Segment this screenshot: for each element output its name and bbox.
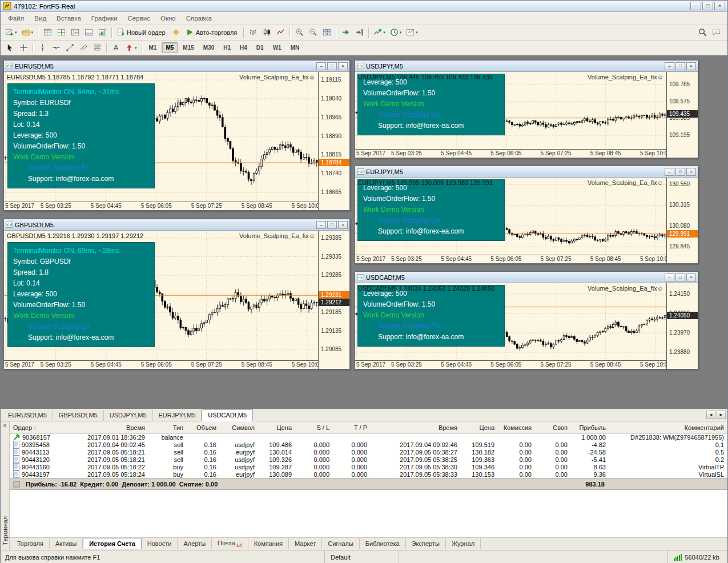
price-scale[interactable]: 1.293851.293351.292851.292351.291851.291… [318, 231, 349, 369]
timeframe-m15-button[interactable]: M15 [179, 42, 198, 53]
chart-plot-area[interactable]: Leverage: 500VolumeOrderFlow: 1.50Work D… [355, 283, 666, 360]
timeframe-m30-button[interactable]: M30 [199, 42, 218, 53]
chart-window-titlebar[interactable]: GBPUSDf,M5–□× [4, 219, 349, 231]
terminal-tab-0[interactable]: Торговля [11, 538, 50, 549]
terminal-tab-8[interactable]: Сигналы [322, 538, 360, 549]
column-header-swap[interactable]: Своп [535, 424, 571, 431]
fibonacci-button[interactable] [91, 42, 103, 54]
tab-scroll-left-button[interactable]: ◄ [706, 411, 715, 419]
hline-button[interactable] [50, 42, 62, 54]
chart-minimize-button[interactable]: – [316, 62, 326, 70]
cursor-button[interactable] [3, 42, 16, 54]
column-header-close_price[interactable]: Цена [461, 424, 498, 431]
column-header-comment[interactable]: Комментарий [609, 424, 727, 431]
chart-minimize-button[interactable]: – [665, 62, 674, 70]
column-header-profit[interactable]: Прибыль [571, 424, 609, 431]
auto-scroll-button[interactable] [339, 26, 352, 39]
terminal-close-button[interactable]: × [1, 423, 9, 430]
bars-button[interactable] [247, 26, 259, 39]
terminal-tab-7[interactable]: Маркет [289, 538, 322, 549]
history-row[interactable]: 904431132017.09.05 05:18:21sell0.16eurjp… [10, 448, 727, 456]
menu-item-1[interactable]: Вид [29, 13, 51, 23]
terminal-tab-6[interactable]: Компания [248, 538, 289, 549]
metaeditor-button[interactable] [170, 26, 183, 39]
chat-button[interactable] [710, 26, 722, 39]
terminal-tab-10[interactable]: Эксперты [406, 538, 446, 549]
title-bar[interactable]: 479102: FortFS-Real – □ × [1, 1, 727, 12]
periods-button[interactable]: ▾ [388, 26, 404, 39]
zoom-out-button[interactable] [307, 26, 319, 39]
menu-item-4[interactable]: Сервис [123, 13, 155, 23]
chart-close-button[interactable]: × [338, 62, 348, 70]
chart-close-button[interactable]: × [338, 221, 348, 229]
menu-item-6[interactable]: Справка [181, 13, 217, 23]
history-row[interactable]: 903954582017.09.04 09:02:45sell0.16usdjp… [10, 441, 727, 448]
chart-window-titlebar[interactable]: EURUSDf,M5–□× [4, 61, 349, 72]
line-chart-button[interactable] [274, 26, 287, 39]
chart-tab-eurusdf[interactable]: EURUSDf,M5 [2, 410, 53, 421]
chart-tab-usdjpyf[interactable]: USDJPYf,M5 [104, 410, 153, 421]
chart-tab-usdcadf[interactable]: USDCADf,M5 [202, 409, 253, 421]
chart-window-titlebar[interactable]: USDCADf,M5–□× [355, 272, 698, 283]
new-order-button[interactable]: Новый ордер [115, 26, 169, 39]
chart-maximize-button[interactable]: □ [327, 221, 337, 229]
chart-plot-area[interactable]: Leverage: 500VolumeOrderFlow: 1.50Work D… [355, 178, 666, 255]
chart-plot-area[interactable]: TerminalMonitor ON, 84ms, ~31msSymbol: E… [4, 72, 318, 202]
new-chart-button[interactable]: ▾ [3, 26, 19, 39]
vline-button[interactable] [36, 42, 49, 54]
chart-plot-area[interactable]: Leverage: 500VolumeOrderFlow: 1.50Work D… [355, 72, 666, 149]
timeframe-w1-button[interactable]: W1 [269, 42, 285, 53]
indicators-button[interactable]: ▾ [372, 26, 387, 39]
chart-minimize-button[interactable]: – [316, 221, 326, 229]
menu-item-2[interactable]: Вставка [51, 13, 86, 23]
window-close-button[interactable]: × [714, 2, 725, 10]
crosshair-button[interactable] [17, 42, 30, 54]
search-button[interactable] [696, 26, 709, 39]
history-row[interactable]: 904431202017.09.05 05:18:21sell0.16usdjp… [10, 456, 727, 463]
history-row[interactable]: 903681572017.09.01 18:36:29balance1 000.… [10, 434, 727, 441]
chart-close-button[interactable]: × [686, 168, 696, 176]
chart-tab-eurjpyf[interactable]: EURJPYf,M5 [153, 410, 202, 421]
tab-scroll-right-button[interactable]: ► [717, 411, 726, 419]
tile-windows-button[interactable] [320, 26, 333, 39]
text-tool-button[interactable]: A [110, 42, 122, 54]
terminal-tab-4[interactable]: Алерты [178, 538, 212, 549]
chart-minimize-button[interactable]: – [665, 168, 674, 176]
zoom-in-button[interactable] [293, 26, 305, 39]
terminal-tab-3[interactable]: Новости [142, 538, 178, 549]
menu-item-0[interactable]: Файл [3, 13, 29, 23]
chart-window-titlebar[interactable]: USDJPYf,M5–□× [355, 61, 698, 72]
column-header-close_time[interactable]: Время [371, 424, 461, 431]
time-axis[interactable]: 5 Sep 20175 Sep 03:255 Sep 04:455 Sep 06… [4, 202, 318, 210]
price-scale[interactable]: 109.765109.575109.385109.195109.435 [666, 72, 698, 158]
terminal-tab-5[interactable]: Почта14 [212, 538, 248, 550]
column-header-open_time[interactable]: Время [64, 424, 148, 431]
data-window-button[interactable] [55, 26, 67, 39]
price-scale[interactable]: 1.241501.240601.239701.238801.24050 [666, 283, 698, 369]
column-header-commission[interactable]: Комиссия [498, 424, 535, 431]
trendline-button[interactable] [63, 42, 76, 54]
timeframe-m1-button[interactable]: M1 [145, 42, 161, 53]
time-axis[interactable]: 5 Sep 20175 Sep 03:255 Sep 04:455 Sep 06… [4, 360, 318, 369]
timeframe-h4-button[interactable]: H4 [236, 42, 251, 53]
auto-trading-button[interactable]: Авто-торговля [184, 26, 241, 39]
navigator-button[interactable] [69, 26, 81, 39]
price-scale[interactable]: 130.550130.315130.080129.845129.991 [666, 178, 698, 263]
column-header-volume[interactable]: Объем [187, 424, 220, 431]
chart-tab-gbpusdf[interactable]: GBPUSDf,M5 [53, 410, 104, 421]
chart-close-button[interactable]: × [686, 62, 696, 70]
time-axis[interactable]: 5 Sep 20175 Sep 03:255 Sep 04:455 Sep 06… [355, 255, 666, 263]
window-minimize-button[interactable]: – [690, 2, 701, 10]
chart-maximize-button[interactable]: □ [675, 168, 685, 176]
chart-window-titlebar[interactable]: EURJPYf,M5–□× [355, 166, 698, 178]
column-header-tp[interactable]: T / P [333, 424, 371, 431]
history-row[interactable]: 904431972017.09.05 05:18:24buy0.16eurjpy… [10, 470, 727, 478]
column-header-order[interactable]: Ордер∕ [10, 424, 64, 431]
menu-item-3[interactable]: Графики [86, 13, 123, 23]
arrows-tool-button[interactable]: ▾ [123, 42, 139, 54]
timeframe-m5-button[interactable]: M5 [162, 42, 178, 53]
chart-minimize-button[interactable]: – [665, 274, 674, 282]
channel-button[interactable] [77, 42, 90, 54]
column-header-symbol[interactable]: Символ [220, 424, 258, 431]
templates-button[interactable]: ▾ [404, 26, 420, 39]
